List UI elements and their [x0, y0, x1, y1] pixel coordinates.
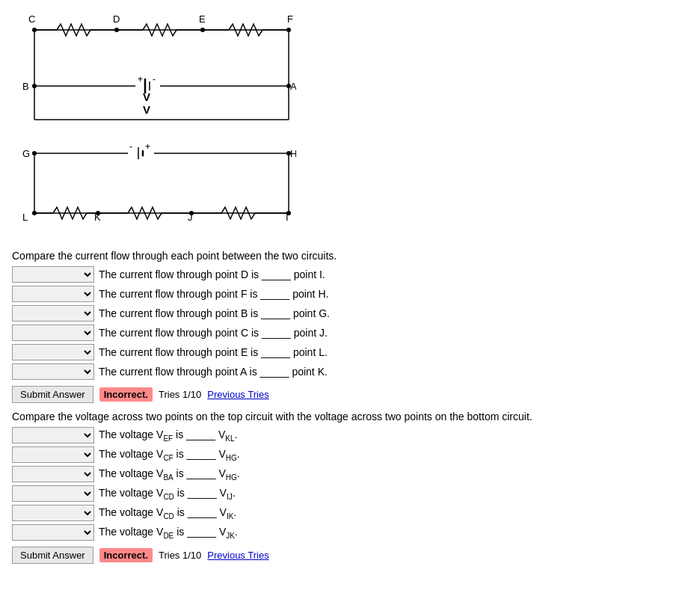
- svg-text:V: V: [143, 90, 150, 103]
- circuit-diagram: C D E F B A +: [12, 7, 296, 239]
- q-text-vcd-vij: The voltage VCD is _____ VIJ.: [99, 487, 236, 501]
- question-row-vde-vjk: equal to greater than less than The volt…: [12, 524, 688, 541]
- section2-incorrect-badge: Incorrect.: [99, 548, 153, 562]
- section1-tries: Tries 1/10: [159, 389, 201, 400]
- section2-title: Compare the voltage across two points on…: [12, 411, 688, 422]
- question-row-vba-vhg: equal to greater than less than The volt…: [12, 466, 688, 482]
- question-row-e-l: equal to greater than less than The curr…: [12, 344, 688, 360]
- question-row-vcf-vhg: equal to greater than less than The volt…: [12, 446, 688, 463]
- svg-text:E: E: [199, 13, 206, 25]
- select-vef-vkl[interactable]: equal to greater than less than: [12, 427, 94, 443]
- svg-text:D: D: [113, 13, 120, 25]
- q-text-vcd-vik: The voltage VCD is _____ VIK.: [99, 506, 236, 520]
- svg-text:L: L: [22, 212, 28, 223]
- section1-title: Compare the current flow through each po…: [12, 250, 688, 262]
- svg-text:V: V: [143, 103, 150, 116]
- select-d-i[interactable]: equal to greater than less than: [12, 266, 94, 283]
- question-row-d-i: equal to greater than less than The curr…: [12, 266, 688, 283]
- question-row-c-j: equal to greater than less than The curr…: [12, 325, 688, 341]
- select-vde-vjk[interactable]: equal to greater than less than: [12, 524, 94, 541]
- section1: Compare the current flow through each po…: [12, 250, 688, 403]
- svg-text:F: F: [287, 13, 293, 25]
- select-b-g[interactable]: equal to greater than less than: [12, 305, 94, 322]
- question-row-f-h: equal to greater than less than The curr…: [12, 286, 688, 302]
- select-e-l[interactable]: equal to greater than less than: [12, 344, 94, 360]
- q-text-f-h: The current flow through point F is ____…: [99, 288, 328, 300]
- select-c-j[interactable]: equal to greater than less than: [12, 325, 94, 341]
- section2-submit-row: Submit Answer Incorrect. Tries 1/10 Prev…: [12, 547, 688, 564]
- q-text-a-k: The current flow through point A is ____…: [99, 366, 328, 378]
- svg-text:-: -: [129, 141, 132, 152]
- svg-text:+: +: [138, 74, 143, 84]
- section1-submit-button[interactable]: Submit Answer: [12, 386, 93, 403]
- select-a-k[interactable]: equal to greater than less than: [12, 363, 94, 380]
- section2-prev-tries-link[interactable]: Previous Tries: [207, 550, 268, 561]
- select-vcd-vij[interactable]: equal to greater than less than: [12, 485, 94, 502]
- question-row-vef-vkl: equal to greater than less than The volt…: [12, 427, 688, 443]
- question-row-b-g: equal to greater than less than The curr…: [12, 305, 688, 322]
- question-row-vcd-vik: equal to greater than less than The volt…: [12, 505, 688, 521]
- question-row-a-k: equal to greater than less than The curr…: [12, 363, 688, 380]
- q-text-e-l: The current flow through point E is ____…: [99, 346, 328, 358]
- svg-text:C: C: [28, 13, 35, 25]
- q-text-vef-vkl: The voltage VEF is _____ VKL.: [99, 428, 237, 443]
- svg-text:A: A: [290, 81, 296, 92]
- select-vcf-vhg[interactable]: equal to greater than less than: [12, 446, 94, 463]
- q-text-b-g: The current flow through point B is ____…: [99, 307, 330, 319]
- svg-text:+: +: [145, 141, 150, 152]
- select-vba-vhg[interactable]: equal to greater than less than: [12, 466, 94, 482]
- section1-submit-row: Submit Answer Incorrect. Tries 1/10 Prev…: [12, 386, 688, 403]
- select-f-h[interactable]: equal to greater than less than: [12, 286, 94, 302]
- svg-point-15: [286, 28, 291, 32]
- svg-text:-: -: [153, 74, 156, 84]
- section2-submit-button[interactable]: Submit Answer: [12, 547, 93, 564]
- q-text-vde-vjk: The voltage VDE is _____ VJK.: [99, 526, 238, 540]
- q-text-c-j: The current flow through point C is ____…: [99, 327, 328, 339]
- section1-prev-tries-link[interactable]: Previous Tries: [207, 389, 268, 400]
- select-vcd-vik[interactable]: equal to greater than less than: [12, 505, 94, 521]
- q-text-vba-vhg: The voltage VBA is _____ VHG.: [99, 467, 240, 482]
- section1-incorrect-badge: Incorrect.: [99, 387, 153, 402]
- svg-text:G: G: [22, 148, 30, 159]
- section2-tries: Tries 1/10: [159, 550, 201, 561]
- svg-text:B: B: [22, 81, 29, 92]
- question-row-vcd-vij: equal to greater than less than The volt…: [12, 485, 688, 502]
- q-text-d-i: The current flow through point D is ____…: [99, 268, 325, 280]
- q-text-vcf-vhg: The voltage VCF is _____ VHG.: [99, 448, 240, 462]
- section2: Compare the voltage across two points on…: [12, 411, 688, 564]
- svg-text:H: H: [290, 148, 296, 159]
